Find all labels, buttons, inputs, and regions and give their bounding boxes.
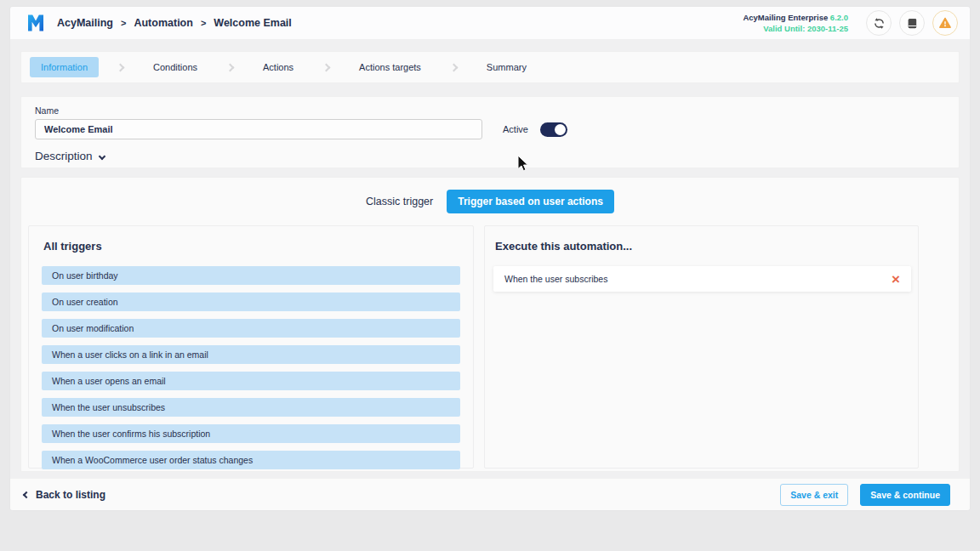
classic-trigger-button[interactable]: Classic trigger: [366, 196, 433, 207]
steps-bar: Information Conditions Actions Actions t…: [20, 51, 960, 83]
license-version: 6.2.0: [830, 13, 848, 22]
trigger-item[interactable]: When a WooCommerce user order status cha…: [42, 451, 460, 469]
breadcrumb-automation[interactable]: Automation: [134, 17, 192, 29]
breadcrumb-acymailing[interactable]: AcyMailing: [57, 17, 113, 29]
breadcrumb: AcyMailing > Automation > Welcome Email: [57, 17, 292, 29]
book-icon: [906, 17, 919, 30]
user-actions-trigger-button[interactable]: Trigger based on user actions: [447, 190, 614, 213]
trigger-panels: All triggers On user birthday On user cr…: [28, 225, 919, 469]
tab-actions-targets[interactable]: Actions targets: [348, 57, 432, 77]
license-product: AcyMailing Enterprise: [743, 13, 828, 22]
trigger-item[interactable]: When a user clicks on a link in an email: [42, 345, 460, 364]
top-header: AcyMailing > Automation > Welcome Email …: [10, 7, 970, 39]
active-label: Active: [503, 124, 528, 134]
trigger-section: Classic trigger Trigger based on user ac…: [20, 177, 960, 472]
trigger-item[interactable]: When a user opens an email: [42, 372, 460, 390]
all-triggers-panel: All triggers On user birthday On user cr…: [28, 225, 474, 469]
tab-conditions[interactable]: Conditions: [142, 57, 208, 77]
app-window: AcyMailing > Automation > Welcome Email …: [10, 7, 970, 510]
description-expander[interactable]: Description: [35, 150, 105, 162]
chevron-right-icon: >: [121, 18, 126, 28]
tab-actions[interactable]: Actions: [252, 57, 305, 77]
license-valid-until: Valid Until: 2030-11-25: [743, 23, 848, 34]
trigger-item[interactable]: On user creation: [42, 293, 460, 311]
toggle-knob: [555, 124, 566, 135]
chevron-right-icon: [226, 63, 235, 71]
footer-bar: Back to listing Save & exit Save & conti…: [10, 479, 970, 510]
execute-automation-panel: Execute this automation... When the user…: [484, 225, 919, 469]
trigger-item[interactable]: On user birthday: [42, 266, 460, 285]
all-triggers-title: All triggers: [43, 240, 460, 253]
warning-button[interactable]: [932, 10, 958, 36]
documentation-button[interactable]: [899, 10, 925, 36]
chevron-right-icon: >: [201, 18, 206, 28]
trigger-item[interactable]: When the user confirms his subscription: [42, 424, 460, 443]
back-to-listing-label: Back to listing: [36, 489, 105, 501]
tab-summary[interactable]: Summary: [476, 57, 538, 77]
close-icon[interactable]: ×: [892, 272, 900, 287]
selected-trigger-label: When the user subscribes: [504, 274, 607, 284]
tab-information[interactable]: Information: [30, 57, 99, 77]
automation-info-card: Name Active Description: [20, 96, 960, 168]
chevron-right-icon: [449, 63, 458, 71]
back-to-listing-link[interactable]: Back to listing: [24, 489, 105, 501]
chevron-right-icon: [322, 63, 331, 71]
license-info: AcyMailing Enterprise 6.2.0 Valid Until:…: [743, 12, 848, 34]
active-toggle[interactable]: [540, 122, 567, 137]
trigger-item[interactable]: When the user unsubscribes: [42, 398, 460, 417]
acymailing-logo: [26, 13, 46, 33]
warning-icon: [938, 16, 952, 30]
trigger-mode-switch: Classic trigger Trigger based on user ac…: [21, 190, 959, 213]
chevron-right-icon: [117, 63, 125, 71]
refresh-icon: [873, 17, 886, 30]
name-row: Active: [35, 119, 945, 139]
name-input[interactable]: [35, 119, 482, 139]
refresh-button[interactable]: [866, 10, 892, 36]
description-label: Description: [35, 150, 93, 162]
execute-automation-title: Execute this automation...: [495, 240, 911, 253]
name-label: Name: [35, 105, 945, 116]
breadcrumb-current-page: Welcome Email: [214, 17, 291, 29]
chevron-down-icon: [98, 152, 105, 159]
trigger-item[interactable]: On user modification: [42, 319, 460, 338]
chevron-left-icon: [23, 491, 30, 497]
selected-trigger-card: When the user subscribes ×: [493, 266, 911, 292]
save-exit-button[interactable]: Save & exit: [780, 484, 848, 506]
save-continue-button[interactable]: Save & continue: [860, 484, 950, 506]
